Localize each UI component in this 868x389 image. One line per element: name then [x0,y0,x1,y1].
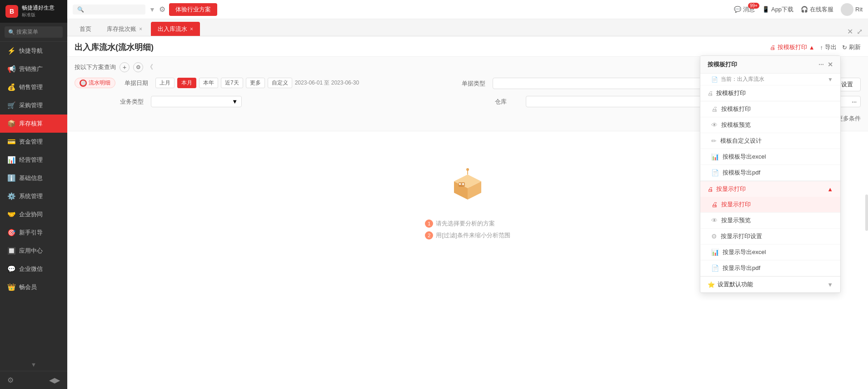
tab-inventory-batch[interactable]: 库存批次账 × [100,22,149,36]
sidebar-item-marketing[interactable]: 📢 营销推广 [0,60,67,78]
print-item-display-excel[interactable]: 📊 按显示导出excel [700,244,840,260]
export-label: 导出 [825,43,837,51]
filter-setting-button[interactable]: ⚙ [133,62,143,72]
print-item-template-preview[interactable]: 👁 按模板预览 [700,117,840,133]
sidebar-item-management[interactable]: 📊 经营管理 [0,151,67,169]
settings-gear-icon[interactable]: ⚙ [7,376,14,384]
display-print-chevron[interactable]: ▲ [827,186,833,193]
sidebar-item-base-info[interactable]: ℹ️ 基础信息 [0,169,67,187]
sidebar-item-label: 基础信息 [19,174,43,182]
member-icon: 👑 [7,283,15,291]
global-search[interactable]: 🔍 [73,5,145,15]
sidebar-scroll-down[interactable]: ▼ [0,359,67,371]
industry-solution-button[interactable]: 体验行业方案 [169,3,217,16]
inventory-icon: 📦 [7,120,15,128]
maximize-window-icon[interactable]: ⤢ [857,27,863,36]
empty-steps: 1 请先选择要分析的方案 2 用[过滤]条件来缩小分析范围 [425,218,510,241]
print-item-display-print-settings[interactable]: ⚙ 按显示打印设置 [700,229,840,244]
sidebar-item-label: 营销推广 [19,65,43,73]
topbar-settings-icon[interactable]: ⚙ [159,5,165,14]
export-btn[interactable]: ↑ 导出 [820,43,837,51]
print-item-display-preview[interactable]: 👁 按显示预览 [700,213,840,229]
set-default-chevron[interactable]: ▼ [827,281,833,288]
app-download-btn[interactable]: 📱 App下载 [762,5,793,14]
print-item-display-pdf[interactable]: 📄 按显示导出pdf [700,260,840,276]
date-btn-custom[interactable]: 自定义 [268,78,292,88]
print-template-label: 按模板打印 [778,43,807,51]
sidebar-search-area[interactable]: 🔍 搜索菜单 [0,23,67,42]
refresh-btn[interactable]: ↻ 刷新 [842,43,861,51]
print-template-section-icon: 🖨 [708,90,713,97]
print-item-template-print[interactable]: 🖨 按模板打印 [700,101,840,117]
close-window-icon[interactable]: ✕ [847,27,853,36]
tab-home[interactable]: 首页 [73,22,98,36]
print-item-display-pdf-label: 按显示导出pdf [723,264,760,272]
sidebar-item-member[interactable]: 👑 畅会员 [0,278,67,296]
filter-label: 按以下方案查询 [75,63,116,71]
filter-biztype-select[interactable]: ▼ [151,96,242,107]
date-btn-this-month[interactable]: 本月 [177,78,196,88]
set-default-header[interactable]: ⭐ 设置默认功能 ▼ [700,277,840,293]
warehouse-more-icon[interactable]: ··· [852,98,857,105]
svg-point-5 [459,183,461,185]
print-item-template-print-label: 按模板打印 [721,105,751,113]
sidebar-item-system[interactable]: ⚙️ 系统管理 [0,187,67,205]
display-print-group-header[interactable]: 🖨 按显示打印 ▲ [700,181,840,197]
user-avatar [841,3,853,16]
template-print-label: 按模板打印 [716,89,746,97]
sidebar-item-app-center[interactable]: 🔲 应用中心 [0,242,67,260]
topbar-left: 🔍 ▼ ⚙ 体验行业方案 [73,3,217,16]
collapse-sidebar-icon[interactable]: ◀▶ [49,376,60,384]
current-template-chevron[interactable]: ▼ [828,76,833,83]
current-template-label: 当前：出入库流水 [721,75,764,83]
filter-tag-flow[interactable]: ⚪ 流水明细 [75,78,115,88]
tab-flow-water[interactable]: 出入库流水 × [151,22,200,36]
user-profile-btn[interactable]: Rit [841,3,863,16]
filter-warehouse-label: 仓库 [495,98,522,106]
date-btn-more[interactable]: 更多 [246,78,265,88]
online-service-btn[interactable]: 🎧 在线客服 [801,5,833,14]
sidebar-item-label: 应用中心 [19,247,43,255]
sidebar-item-purchase[interactable]: 🛒 采购管理 [0,96,67,115]
sidebar-item-label: 快捷导航 [19,47,43,55]
print-item-template-pdf[interactable]: 📄 按模板导出pdf [700,165,840,181]
sidebar-item-quick-nav[interactable]: ⚡ 快捷导航 [0,42,67,60]
date-btn-last-month[interactable]: 上月 [155,78,175,88]
print-template-btn[interactable]: 🖨 按模板打印 ▲ [770,43,815,51]
sidebar-item-inventory[interactable]: 📦 库存核算 [0,115,67,133]
sidebar-item-sales[interactable]: 💰 销售管理 [0,78,67,96]
messages-btn[interactable]: 💬 消息 99+ [734,5,755,14]
sidebar-item-label: 库存核算 [19,120,43,128]
tab-close-flow-water[interactable]: × [190,26,193,32]
page-title: 出入库流水(流水明细) [75,42,154,53]
tabbar: 首页 库存批次账 × 出入库流水 × ✕ ⤢ [67,19,868,36]
sidebar-item-enterprise[interactable]: 🤝 企业协同 [0,205,67,224]
tab-home-label: 首页 [80,25,91,33]
display-print-icon: 🖨 [711,201,718,208]
sidebar-item-newuser[interactable]: 🎯 新手引导 [0,224,67,242]
set-default-icon: ⭐ [708,281,715,288]
template-print-header[interactable]: 🖨 按模板打印 [700,85,840,101]
print-header-close-icon[interactable]: ✕ [828,61,833,68]
print-dropdown-chevron[interactable]: ▲ [809,44,815,51]
sidebar-search-btn[interactable]: 🔍 搜索菜单 [5,26,63,38]
tab-inventory-batch-label: 库存批次账 [107,25,136,33]
tab-close-inventory-batch[interactable]: × [139,26,142,32]
sidebar-item-wechat[interactable]: 💬 企业微信 [0,260,67,278]
topbar-dropdown-icon[interactable]: ▼ [149,6,155,13]
print-item-template-custom[interactable]: ✏ 模板自定义设计 [700,133,840,149]
print-item-display-print[interactable]: 🖨 按显示打印 [700,197,840,213]
filter-doctype-label: 单据类型 [462,80,489,88]
sidebar-item-finance[interactable]: 💳 资金管理 [0,133,67,151]
print-item-excel-icon: 📊 [711,153,719,160]
print-item-template-custom-label: 模板自定义设计 [720,137,762,145]
filter-add-button[interactable]: + [120,62,130,72]
print-item-template-excel[interactable]: 📊 按模板导出excel [700,149,840,165]
date-btn-7days[interactable]: 近7天 [221,78,243,88]
sales-icon: 💰 [7,83,15,91]
print-header-more-icon[interactable]: ··· [818,61,824,68]
right-scrollbar[interactable] [865,194,868,231]
date-btn-this-year[interactable]: 本年 [199,78,218,88]
app-logo: B 畅捷通好生意 标准版 [0,0,67,23]
filter-collapse-button[interactable]: 《 [147,63,153,71]
